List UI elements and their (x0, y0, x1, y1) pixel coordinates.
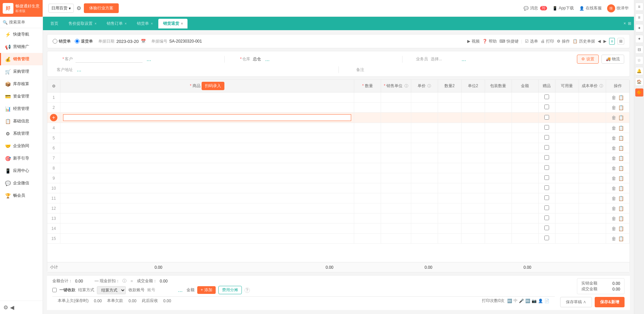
online-support-btn[interactable]: 👤 在线客服 (579, 5, 602, 11)
address-ellipsis[interactable]: ... (75, 67, 83, 73)
price-cell-5[interactable] (411, 133, 438, 143)
sale_unit-cell-2[interactable] (381, 103, 411, 113)
pack_qty-cell-14[interactable] (485, 224, 512, 234)
pack_qty-cell-11[interactable] (485, 193, 512, 203)
avail-cell-6[interactable] (555, 143, 579, 153)
tab-close-all-icon[interactable]: × (624, 21, 626, 26)
avail-cell-10[interactable] (555, 183, 579, 193)
amount-cell-11[interactable] (512, 193, 538, 203)
amount-cell-3[interactable] (512, 113, 538, 123)
gear-icon[interactable]: ⚙ (52, 84, 56, 88)
right-panel-icon-9[interactable]: 🔶 (635, 88, 643, 97)
sale_unit-cell-3[interactable] (381, 113, 411, 123)
unit2-cell-8[interactable] (461, 163, 485, 173)
add-payment-btn[interactable]: + 添加 (197, 286, 215, 294)
nav-prev-icon[interactable]: ◀ (598, 39, 601, 44)
qty-cell-10[interactable] (354, 183, 381, 193)
gift-checkbox-10[interactable] (544, 185, 549, 190)
product-input-3[interactable] (63, 114, 351, 121)
history-btn[interactable]: 📋 历史单据 (573, 39, 595, 44)
qty2-cell-7[interactable] (438, 153, 461, 163)
unit2-cell-1[interactable] (461, 92, 485, 103)
price-cell-13[interactable] (411, 213, 438, 224)
sidebar-item-appstore[interactable]: 📱 应用中心 (0, 165, 43, 177)
amount-cell-5[interactable] (512, 133, 538, 143)
sale_unit-cell-14[interactable] (381, 224, 411, 234)
product-cell-3[interactable] (60, 113, 354, 123)
save-draft-btn[interactable]: 保存草稿 ∧ (560, 297, 592, 307)
qty2-cell-15[interactable] (438, 234, 461, 244)
tab-close-sale-order[interactable]: × (125, 22, 127, 25)
gift-checkbox-5[interactable] (544, 135, 549, 140)
product-cell-13[interactable] (60, 213, 354, 224)
sidebar-item-basic[interactable]: 📋 基础信息 (0, 115, 43, 127)
unit2-cell-14[interactable] (461, 224, 485, 234)
price-cell-2[interactable] (411, 103, 438, 113)
right-panel-icon-1[interactable]: ≡ (635, 3, 643, 11)
avail-cell-7[interactable] (555, 153, 579, 163)
copy-row-icon-13[interactable]: 📋 (618, 216, 624, 221)
pack_qty-cell-5[interactable] (485, 133, 512, 143)
gift-checkbox-1[interactable] (544, 95, 549, 99)
pack_qty-cell-3[interactable] (485, 113, 512, 123)
cost_price-cell-13[interactable] (579, 213, 606, 224)
fee-split-btn[interactable]: 费用分摊 (218, 286, 242, 294)
delete-row-icon-3[interactable]: 🗑 (611, 115, 616, 120)
qty-cell-3[interactable] (354, 113, 381, 123)
tab-home[interactable]: 首页 (46, 19, 63, 28)
qty2-cell-9[interactable] (438, 173, 461, 183)
user-profile[interactable]: 徐 徐泽华 (607, 4, 629, 12)
save-new-btn[interactable]: 保存&新增 (595, 297, 625, 307)
unit2-cell-3[interactable] (461, 113, 485, 123)
account-ellipsis[interactable]: ... (177, 287, 184, 293)
avail-cell-5[interactable] (555, 133, 579, 143)
cost_price-cell-2[interactable] (579, 103, 606, 113)
gift-checkbox-6[interactable] (544, 145, 549, 150)
add-row-btn[interactable]: + (50, 114, 57, 121)
copy-row-icon-6[interactable]: 📋 (618, 145, 624, 151)
cost_price-cell-4[interactable] (579, 123, 606, 133)
cost_price-cell-11[interactable] (579, 193, 606, 203)
unit2-cell-2[interactable] (461, 103, 485, 113)
price-cell-1[interactable] (411, 92, 438, 103)
list-view-icon[interactable]: ⊞ (618, 38, 624, 45)
select-order-btn[interactable]: ☑ 选单 (525, 39, 538, 44)
avail-cell-2[interactable] (555, 103, 579, 113)
delete-row-icon-11[interactable]: 🗑 (611, 196, 616, 201)
copy-row-icon-14[interactable]: 📋 (618, 226, 624, 231)
cost_price-cell-15[interactable] (579, 234, 606, 244)
experience-btn[interactable]: 体验行业方案 (84, 3, 119, 13)
sale_unit-cell-4[interactable] (381, 123, 411, 133)
gift-checkbox-9[interactable] (544, 175, 549, 180)
sale_unit-cell-6[interactable] (381, 143, 411, 153)
price-cell-3[interactable] (411, 113, 438, 123)
amount-cell-10[interactable] (512, 183, 538, 193)
sidebar-item-system[interactable]: ⚙ 系统管理 (0, 127, 43, 140)
nav-next-icon[interactable]: ▶ (603, 39, 606, 44)
pack_qty-cell-6[interactable] (485, 143, 512, 153)
grid-view-icon[interactable]: ≡ (609, 38, 615, 45)
customer-input[interactable] (75, 56, 143, 63)
gift-checkbox-4[interactable] (544, 125, 549, 130)
sidebar-item-member[interactable]: 🏆 畅会员 (0, 189, 43, 202)
price-info-icon[interactable]: ⓘ (427, 84, 431, 88)
sidebar-item-marketing[interactable]: 📢 营销推广 (0, 41, 43, 53)
avail-cell-3[interactable] (555, 113, 579, 123)
unit2-cell-12[interactable] (461, 203, 485, 213)
copy-row-icon-7[interactable]: 📋 (618, 155, 624, 161)
copy-row-icon-11[interactable]: 📋 (618, 196, 624, 201)
price-cell-14[interactable] (411, 224, 438, 234)
gift-checkbox-14[interactable] (544, 226, 549, 230)
sidebar-item-purchase[interactable]: 🛒 采购管理 (0, 65, 43, 78)
delete-row-icon-14[interactable]: 🗑 (611, 226, 616, 231)
tab-close-sale-out[interactable]: × (151, 22, 153, 25)
delete-row-icon-8[interactable]: 🗑 (611, 166, 616, 171)
radio-sale-input[interactable] (53, 39, 57, 44)
cost_price-cell-8[interactable] (579, 163, 606, 173)
search-menu[interactable]: 🔍 搜索菜单 (0, 17, 43, 28)
product-cell-6[interactable] (60, 143, 354, 153)
delete-row-icon-2[interactable]: 🗑 (611, 105, 616, 110)
unit2-cell-5[interactable] (461, 133, 485, 143)
cost_price-cell-5[interactable] (579, 133, 606, 143)
gift-checkbox-3[interactable] (544, 115, 549, 120)
